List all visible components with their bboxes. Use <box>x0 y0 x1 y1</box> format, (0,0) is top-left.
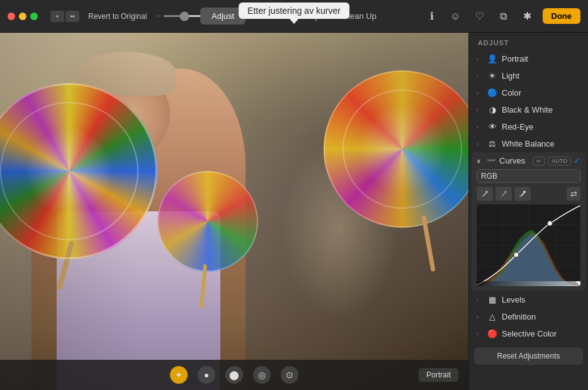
color-icon: 🔵 <box>487 88 498 98</box>
definition-label: Definition <box>502 312 579 321</box>
adjust-item-selective-color[interactable]: › 🔴 Selective Color <box>472 326 585 342</box>
maximize-button[interactable] <box>30 13 38 20</box>
photo-area: ✦ ● ⬤ ◎ ⊙ Portrait <box>0 33 468 390</box>
chevron-wb-icon: › <box>477 141 483 147</box>
selective-color-label: Selective Color <box>502 329 579 338</box>
adjust-item-levels[interactable]: › ▦ Levels <box>472 292 585 308</box>
chevron-redeye-icon: › <box>477 124 483 130</box>
eyedropper-mid-button[interactable] <box>495 187 512 201</box>
wb-icon: ⚖ <box>487 139 498 148</box>
light-icon: ☀ <box>487 71 498 81</box>
reset-adjustments-button[interactable]: Reset Adjustments <box>474 347 583 365</box>
done-button[interactable]: Done <box>543 8 581 24</box>
favorite-button[interactable]: ♡ <box>471 8 489 25</box>
curves-graph[interactable] <box>477 204 580 286</box>
titlebar-left: ▪ ▪▪ Revert to Original − + <box>8 11 220 22</box>
tab-filters[interactable]: Filters <box>246 8 290 25</box>
close-button[interactable] <box>8 13 15 20</box>
levels-label: Levels <box>502 295 579 304</box>
adjust-item-definition[interactable]: › △ Definition <box>472 309 585 325</box>
portrait-label: Portrait <box>502 54 579 64</box>
chevron-selective-color-icon: › <box>477 331 483 337</box>
chevron-portrait-icon: › <box>477 56 483 62</box>
curves-auto-button[interactable]: AUTO <box>548 157 571 165</box>
tool-star[interactable]: ✦ <box>170 366 188 384</box>
redeye-icon: 👁 <box>487 122 498 131</box>
tab-adjust[interactable]: Adjust <box>200 8 246 25</box>
panel-title: ADJUST <box>469 33 588 50</box>
chevron-levels-icon: › <box>477 297 483 303</box>
light-label: Light <box>502 71 579 81</box>
curves-header: ∨ 〰 Curves ↩ AUTO ✓ <box>477 156 580 165</box>
revert-button[interactable]: Revert to Original <box>88 12 147 21</box>
zoom-minus-icon: − <box>157 13 161 20</box>
adjust-item-light[interactable]: › ☀ Light <box>472 68 585 84</box>
chevron-definition-icon: › <box>477 314 483 320</box>
curves-tools: ⇄ <box>477 187 580 201</box>
chevron-curves-icon: ∨ <box>477 158 483 164</box>
redeye-label: Red-Eye <box>502 122 579 131</box>
selective-color-icon: 🔴 <box>487 329 498 338</box>
main-content: ✦ ● ⬤ ◎ ⊙ Portrait ADJUST › 👤 Portrait ›… <box>0 33 588 390</box>
eyedropper-dark-button[interactable] <box>477 187 493 201</box>
curves-undo-button[interactable]: ↩ <box>533 157 545 165</box>
more-button[interactable]: ✱ <box>519 8 536 25</box>
titlebar-right: ℹ ☺ ♡ ⧉ ✱ Done <box>423 8 581 25</box>
color-label: Color <box>502 88 579 98</box>
tool-dark-circle[interactable]: ⬤ <box>225 366 243 384</box>
curves-check-icon: ✓ <box>574 156 580 165</box>
portrait-button[interactable]: Portrait <box>419 368 458 382</box>
svg-rect-9 <box>477 281 580 286</box>
curves-svg <box>477 204 580 286</box>
definition-icon: △ <box>487 312 498 321</box>
traffic-lights <box>8 13 38 20</box>
tab-cleanup[interactable]: Clean Up <box>331 8 388 25</box>
tool-ring-circle[interactable]: ◎ <box>253 366 271 384</box>
adjust-item-redeye[interactable]: › 👁 Red-Eye <box>472 119 585 135</box>
portrait-icon: 👤 <box>487 54 498 64</box>
chevron-light-icon: › <box>477 73 483 79</box>
curves-channel-select[interactable]: RGB Red Green Blue <box>477 169 580 183</box>
curves-title: Curves <box>499 156 530 165</box>
split-view-button[interactable]: ▪▪ <box>65 11 79 22</box>
duplicate-button[interactable]: ⧉ <box>495 8 512 25</box>
right-panel: ADJUST › 👤 Portrait › ☀ Light › 🔵 Color … <box>468 33 588 390</box>
share-button[interactable]: ☺ <box>447 8 465 25</box>
svg-point-7 <box>514 252 519 257</box>
adjust-item-bw[interactable]: › ◑ Black & White <box>472 102 585 118</box>
photo-bottom-bar: ✦ ● ⬤ ◎ ⊙ Portrait <box>0 360 468 390</box>
curves-section: ∨ 〰 Curves ↩ AUTO ✓ RGB Red Green Blue <box>472 152 585 291</box>
curves-swap-button[interactable]: ⇄ <box>567 187 580 201</box>
eyedropper-light-button[interactable] <box>514 187 531 201</box>
titlebar-tabs: Adjust Filters Crop Clean Up <box>200 8 388 25</box>
info-button[interactable]: ℹ <box>423 8 441 25</box>
curves-icon: 〰 <box>485 156 497 165</box>
titlebar: ▪ ▪▪ Revert to Original − + Adjust Filte… <box>0 0 588 33</box>
view-toggle: ▪ ▪▪ <box>50 11 79 22</box>
bw-icon: ◑ <box>487 105 498 114</box>
photo-canvas <box>0 33 468 390</box>
chevron-color-icon: › <box>477 90 483 96</box>
tool-gray-circle[interactable]: ● <box>198 366 215 384</box>
svg-point-8 <box>548 221 553 226</box>
adjust-item-wb[interactable]: › ⚖ White Balance <box>472 136 585 152</box>
bw-label: Black & White <box>502 105 579 114</box>
levels-icon: ▦ <box>487 295 498 304</box>
tool-dot-circle[interactable]: ⊙ <box>281 366 298 384</box>
single-view-button[interactable]: ▪ <box>50 11 64 22</box>
adjust-item-color[interactable]: › 🔵 Color <box>472 85 585 101</box>
minimize-button[interactable] <box>19 13 26 20</box>
tab-crop[interactable]: Crop <box>291 8 331 25</box>
chevron-bw-icon: › <box>477 107 483 113</box>
wb-label: White Balance <box>502 139 579 148</box>
adjust-item-portrait[interactable]: › 👤 Portrait <box>472 51 585 67</box>
